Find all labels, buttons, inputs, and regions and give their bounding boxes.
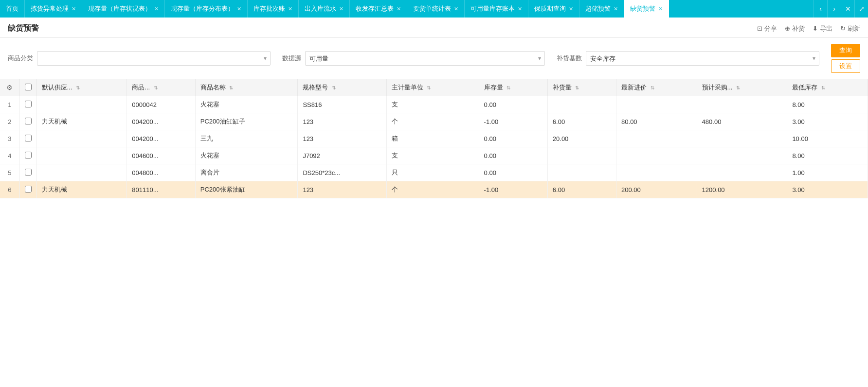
col-checkbox — [19, 79, 36, 96]
row-name-6: PC200张紧油缸 — [195, 181, 298, 198]
category-label: 商品分类 — [8, 54, 33, 63]
close-tab-order-stats[interactable]: ✕ — [454, 6, 458, 12]
supplement-button[interactable]: ⊕ 补货 — [785, 24, 805, 33]
row-unit-4: 支 — [386, 147, 479, 164]
row-num-1: 1 — [0, 96, 19, 113]
sort-unit-icon: ⇅ — [427, 85, 431, 90]
row-check-1[interactable] — [25, 101, 32, 107]
row-min-stock-4: 8.00 — [787, 147, 868, 164]
row-check-2[interactable] — [25, 118, 32, 124]
col-supplement: 补货量 ⇅ — [547, 79, 616, 96]
refresh-icon: ↻ — [840, 25, 846, 32]
row-min-stock-2: 3.00 — [787, 113, 868, 130]
row-num-2: 2 — [0, 113, 19, 130]
table-row: 3 004200... 三九 123 箱 0.00 20.00 10.00 — [0, 130, 868, 147]
row-unit-1: 支 — [386, 96, 479, 113]
tab-order-stats[interactable]: 要货单统计表 ✕ — [407, 0, 465, 18]
settings-button[interactable]: 设置 — [831, 59, 860, 73]
row-stock-2: -1.00 — [479, 113, 547, 130]
tab-overstock[interactable]: 超储预警 ✕ — [579, 0, 624, 18]
row-check-4[interactable] — [25, 152, 32, 158]
table-row: 5 004800... 离合片 DS250*23c... 只 0.00 1.00 — [0, 164, 868, 181]
close-tab-expiry[interactable]: ✕ — [569, 6, 573, 12]
close-tab-stock-dist[interactable]: ✕ — [237, 6, 241, 12]
nav-fullscreen-button[interactable]: ⤢ — [854, 0, 868, 18]
row-stock-4: 0.00 — [479, 147, 547, 164]
tab-shortage[interactable]: 缺货预警 ✕ — [624, 0, 669, 18]
row-check-5[interactable] — [25, 169, 32, 176]
supplement-base-label: 补货基数 — [557, 54, 582, 63]
sort-spec-icon: ⇅ — [332, 85, 336, 90]
table-settings-icon[interactable]: ⚙ — [6, 84, 14, 91]
category-select-wrapper: ▾ — [37, 51, 271, 66]
sort-supplier-icon: ⇅ — [76, 85, 80, 90]
row-name-2: PC200油缸缸子 — [195, 113, 298, 130]
nav-next-button[interactable]: › — [827, 0, 841, 18]
row-stock-6: -1.00 — [479, 181, 547, 198]
tab-picking[interactable]: 拣货异常处理 ✕ — [25, 0, 82, 18]
row-supplier-3 — [36, 130, 127, 147]
close-tab-overstock[interactable]: ✕ — [614, 6, 618, 12]
row-checkbox-3 — [19, 130, 36, 147]
query-button[interactable]: 查询 — [831, 44, 860, 57]
row-supplier-6: 力天机械 — [36, 181, 127, 198]
row-spec-2: 123 — [298, 113, 386, 130]
close-tab-batch[interactable]: ✕ — [288, 6, 292, 12]
row-check-3[interactable] — [25, 135, 32, 141]
close-tab-shortage[interactable]: ✕ — [658, 6, 663, 12]
col-min-stock: 最低库存 ⇅ — [787, 79, 868, 96]
row-num-6: 6 — [0, 181, 19, 198]
tab-home[interactable]: 首页 — [0, 0, 25, 18]
tab-stock-status[interactable]: 现存量（库存状况表） ✕ — [82, 0, 165, 18]
supplement-base-select[interactable]: 安全库存 — [586, 51, 819, 66]
row-supplement-5 — [547, 164, 616, 181]
tab-inout[interactable]: 出入库流水 ✕ — [299, 0, 350, 18]
row-num-3: 3 — [0, 130, 19, 147]
row-latest-price-1 — [616, 96, 697, 113]
table-header-row: ⚙ 默认供应... ⇅ 商品... ⇅ 商品名称 ⇅ — [0, 79, 868, 96]
row-code-2: 004200... — [127, 113, 196, 130]
category-select[interactable] — [37, 51, 271, 66]
row-stock-5: 0.00 — [479, 164, 547, 181]
row-supplier-1 — [36, 96, 127, 113]
close-tab-available[interactable]: ✕ — [518, 6, 522, 12]
col-default-supplier: 默认供应... ⇅ — [36, 79, 127, 96]
close-tab-summary[interactable]: ✕ — [397, 6, 401, 12]
row-supplier-5 — [36, 164, 127, 181]
table-container: ⚙ 默认供应... ⇅ 商品... ⇅ 商品名称 ⇅ — [0, 79, 868, 198]
export-button[interactable]: ⬇ 导出 — [813, 24, 832, 33]
tab-available[interactable]: 可用量库存账本 ✕ — [465, 0, 528, 18]
nav-close-button[interactable]: ✕ — [841, 0, 854, 18]
tab-summary[interactable]: 收发存汇总表 ✕ — [350, 0, 407, 18]
row-code-4: 004600... — [127, 147, 196, 164]
datasource-select[interactable]: 可用量 — [305, 51, 545, 66]
row-num-5: 5 — [0, 164, 19, 181]
row-checkbox-1 — [19, 96, 36, 113]
row-latest-price-3 — [616, 130, 697, 147]
row-supplement-2: 6.00 — [547, 113, 616, 130]
close-tab-picking[interactable]: ✕ — [72, 6, 76, 12]
tab-batch[interactable]: 库存批次账 ✕ — [248, 0, 299, 18]
page-container: 缺货预警 ⊡ 分享 ⊕ 补货 ⬇ 导出 ↻ 刷新 商品分类 — [0, 18, 868, 387]
row-checkbox-2 — [19, 113, 36, 130]
row-spec-5: DS250*23c... — [298, 164, 386, 181]
col-settings: ⚙ — [0, 79, 19, 96]
nav-prev-button[interactable]: ‹ — [814, 0, 827, 18]
share-button[interactable]: ⊡ 分享 — [757, 24, 777, 33]
data-table: ⚙ 默认供应... ⇅ 商品... ⇅ 商品名称 ⇅ — [0, 79, 868, 198]
col-estimated-purchase: 预计采购... ⇅ — [697, 79, 787, 96]
table-row: 1 0000042 火花塞 SS816 支 0.00 8.00 — [0, 96, 868, 113]
tab-stock-dist[interactable]: 现存量（库存分布表） ✕ — [165, 0, 248, 18]
row-estimated-purchase-1 — [697, 96, 787, 113]
col-product-name: 商品名称 ⇅ — [195, 79, 298, 96]
row-spec-3: 123 — [298, 130, 386, 147]
close-tab-stock-status[interactable]: ✕ — [154, 6, 159, 12]
share-icon: ⊡ — [757, 25, 762, 32]
tab-expiry[interactable]: 保质期查询 ✕ — [528, 0, 579, 18]
select-all-checkbox[interactable] — [25, 84, 32, 90]
row-spec-6: 123 — [298, 181, 386, 198]
row-check-6[interactable] — [25, 186, 32, 193]
row-unit-6: 个 — [386, 181, 479, 198]
refresh-button[interactable]: ↻ 刷新 — [840, 24, 860, 33]
close-tab-inout[interactable]: ✕ — [339, 6, 344, 12]
